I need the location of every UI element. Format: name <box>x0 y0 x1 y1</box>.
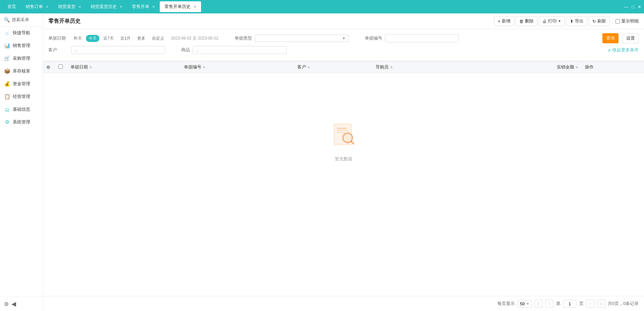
content-area: 零售开单历史 + 新增 🗑 删除 🖨 打印 ▼ ⬆ 导出 ↻ 刷新 显示明细 单… <box>43 13 644 311</box>
svg-rect-3 <box>337 130 349 131</box>
sidebar-item-basic-info[interactable]: 🗂 基础信息 <box>0 103 43 116</box>
tab-retail-history[interactable]: 零售开单历史 ✕ <box>160 1 201 12</box>
date-quick-btns: 昨天 今天 近7天 近1月 更多 自定义 <box>71 35 167 42</box>
tab-sales-return-close[interactable]: ✕ <box>78 5 81 9</box>
svg-rect-2 <box>337 128 347 129</box>
per-page-label: 每页显示 <box>497 301 515 307</box>
tab-home[interactable]: 首页 <box>3 1 21 12</box>
date-range-display: 2023-06-02 至 2023-06-02 <box>171 36 218 41</box>
data-table: ⚙ 单据日期 ⇅ 单据编号 ⇅ <box>43 61 644 207</box>
settings-bottom-icon[interactable]: ⚙ <box>4 301 9 307</box>
pagination: 每页显示 50 ▼ ⟨⟨ ⟨ 第 页 ⟩ ⟩⟩ 共0页，0条记录 <box>43 296 644 311</box>
th-checkbox[interactable] <box>55 61 67 73</box>
maximize-icon[interactable]: □ <box>632 4 634 9</box>
show-detail-checkbox-label[interactable]: 显示明细 <box>615 18 639 24</box>
tab-sales-return-history-close[interactable]: ✕ <box>119 5 122 9</box>
home-icon: ⌂ <box>4 30 10 36</box>
minimize-icon[interactable]: — <box>624 4 628 9</box>
th-settings[interactable]: ⚙ <box>43 61 55 73</box>
collapse-filter-btn[interactable]: ∧ 收起更多条件 <box>608 47 639 53</box>
settings-button[interactable]: 设置 <box>623 33 639 43</box>
sidebar-item-system[interactable]: ⚙ 系统管理 <box>0 116 43 128</box>
main-layout: 🔍 搜索采单 ⌂ 快捷导航 📊 销售管理 🛒 采购管理 📦 库存核算 💰 资金管… <box>0 13 644 311</box>
tab-retail-order-close[interactable]: ✕ <box>152 5 155 9</box>
number-filter-label: 单据编号 <box>365 35 382 41</box>
tab-retail-order[interactable]: 零售开单 ✕ <box>127 1 160 12</box>
type-filter-select[interactable]: ▼ <box>255 35 349 42</box>
basic-info-icon: 🗂 <box>4 107 10 112</box>
sidebar-search[interactable]: 🔍 搜索采单 <box>0 13 43 27</box>
type-select-arrow: ▼ <box>342 36 346 40</box>
sidebar-item-purchase[interactable]: 🛒 采购管理 <box>0 52 43 65</box>
first-page-btn[interactable]: ⟨⟨ <box>535 300 543 308</box>
date-btn-7days[interactable]: 近7天 <box>101 35 116 42</box>
filter-row-date: 单据日期 昨天 今天 近7天 近1月 更多 自定义 2023-06-02 至 2… <box>48 33 639 43</box>
system-icon: ⚙ <box>4 119 10 125</box>
refresh-button[interactable]: ↻ 刷新 <box>589 16 610 26</box>
date-btn-more[interactable]: 更多 <box>135 35 148 42</box>
customer-filter-input[interactable]: ... <box>71 46 165 54</box>
per-page-arrow: ▼ <box>526 302 530 306</box>
page-total: 共0页，0条记录 <box>608 301 639 307</box>
empty-state: 暂无数据 <box>43 73 644 207</box>
show-detail-checkbox[interactable] <box>615 19 620 23</box>
goods-filter-input[interactable]: ... <box>193 46 287 54</box>
tab-bar: 首页 销售订单 ✕ 销货退货 ✕ 销货退货历史 ✕ 零售开单 ✕ 零售开单历史 … <box>0 0 644 13</box>
toolbar: 零售开单历史 + 新增 🗑 删除 🖨 打印 ▼ ⬆ 导出 ↻ 刷新 显示明细 <box>43 13 644 29</box>
print-button[interactable]: 🖨 打印 ▼ <box>539 16 565 26</box>
per-page-select[interactable]: 50 ▼ <box>517 300 532 308</box>
number-filter-input[interactable] <box>385 34 459 42</box>
tab-sales-return[interactable]: 销货退货 ✕ <box>53 1 86 12</box>
sidebar-item-finance[interactable]: 💰 资金管理 <box>0 77 43 90</box>
sidebar-item-quick-nav[interactable]: ⌂ 快捷导航 <box>0 27 43 39</box>
add-button[interactable]: + 新增 <box>494 16 514 26</box>
search-icon: 🔍 <box>4 17 10 22</box>
delete-button[interactable]: 🗑 删除 <box>515 16 537 26</box>
date-btn-today[interactable]: 今天 <box>86 35 99 42</box>
prev-page-btn[interactable]: ⟨ <box>545 300 553 308</box>
empty-text: 暂无数据 <box>335 156 352 162</box>
collapse-icon: ∧ <box>608 48 611 53</box>
delete-icon: 🗑 <box>519 19 524 24</box>
add-icon: + <box>498 18 500 24</box>
sort-date-icon: ⇅ <box>89 65 92 69</box>
sales-icon: 📊 <box>4 43 10 49</box>
svg-rect-4 <box>337 132 345 133</box>
close-window-icon[interactable]: ✕ <box>638 4 641 9</box>
th-customer[interactable]: 客户 ⇅ <box>294 61 372 73</box>
select-all-checkbox[interactable] <box>58 64 63 69</box>
svg-point-6 <box>344 135 351 141</box>
th-amount[interactable]: 实销金额 ⇅ <box>468 61 582 73</box>
collapse-sidebar-icon[interactable]: ◀ <box>11 300 16 308</box>
tab-sales-return-history[interactable]: 销货退货历史 ✕ <box>86 1 127 12</box>
page-unit: 页 <box>579 301 584 307</box>
table-header-row: ⚙ 单据日期 ⇅ 单据编号 ⇅ <box>43 61 644 73</box>
tab-sales-order[interactable]: 销售订单 ✕ <box>21 1 53 12</box>
purchase-icon: 🛒 <box>4 55 10 61</box>
sidebar-item-management[interactable]: 📋 经营管理 <box>0 90 43 103</box>
sort-amount-icon: ⇅ <box>576 65 578 69</box>
sidebar-item-inventory[interactable]: 📦 库存核算 <box>0 65 43 77</box>
goods-filter-label: 商品 <box>181 47 190 53</box>
date-btn-custom[interactable]: 自定义 <box>149 35 167 42</box>
refresh-icon: ↻ <box>592 19 596 24</box>
th-number[interactable]: 单据编号 ⇅ <box>181 61 294 73</box>
table-container: ⚙ 单据日期 ⇅ 单据编号 ⇅ <box>43 61 644 296</box>
column-settings-icon[interactable]: ⚙ <box>46 65 50 70</box>
sidebar-bottom: ⚙ ◀ <box>0 297 43 311</box>
date-btn-1month[interactable]: 近1月 <box>118 35 134 42</box>
page-number-input[interactable] <box>563 300 577 308</box>
th-date[interactable]: 单据日期 ⇅ <box>67 61 181 73</box>
th-guide[interactable]: 导购员 ⇅ <box>372 61 468 73</box>
query-button[interactable]: 查询 <box>602 33 618 43</box>
table-empty-row: 暂无数据 <box>43 73 644 208</box>
tab-retail-history-close[interactable]: ✕ <box>193 5 196 9</box>
filter-area: 单据日期 昨天 今天 近7天 近1月 更多 自定义 2023-06-02 至 2… <box>43 29 644 61</box>
management-icon: 📋 <box>4 94 10 100</box>
export-button[interactable]: ⬆ 导出 <box>566 16 587 26</box>
next-page-btn[interactable]: ⟩ <box>586 300 594 308</box>
last-page-btn[interactable]: ⟩⟩ <box>597 300 605 308</box>
sidebar-item-sales[interactable]: 📊 销售管理 <box>0 39 43 52</box>
date-btn-yesterday[interactable]: 昨天 <box>71 35 85 42</box>
tab-sales-order-close[interactable]: ✕ <box>46 5 49 9</box>
